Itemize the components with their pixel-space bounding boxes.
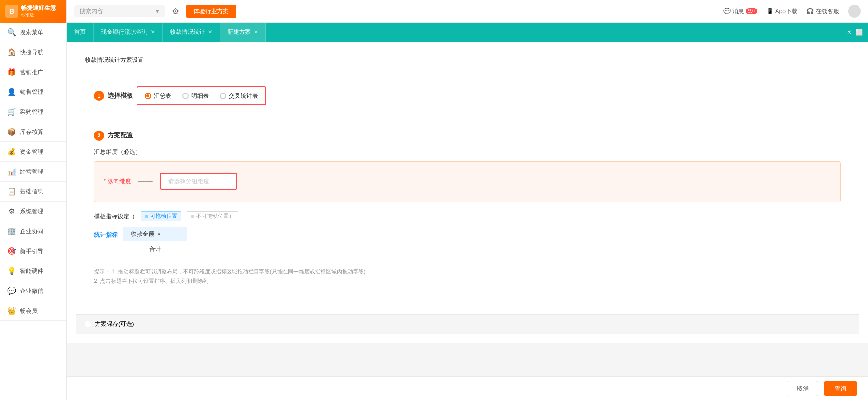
app-download-item[interactable]: 📱 App下载 — [766, 7, 797, 15]
user-avatar[interactable] — [848, 5, 861, 18]
beginner-icon: 🎯 — [7, 247, 16, 255]
tab-home[interactable]: 首页 — [67, 23, 94, 42]
app-edition: 标准版 — [21, 12, 56, 18]
sidebar-item-sys-mgmt[interactable]: ⚙ 系统管理 — [0, 202, 66, 221]
inventory-icon: 📦 — [7, 127, 16, 136]
radio-summary[interactable]: 汇总表 — [145, 92, 171, 100]
sidebar-item-search-menu[interactable]: 🔍 搜索菜单 — [0, 23, 66, 42]
save-section: 方案保存(可选) — [76, 314, 859, 334]
step1-label: 选择模板 — [108, 92, 133, 100]
sidebar-label-smart-hw: 智能硬件 — [20, 267, 43, 275]
tab-collection-stats-close-icon[interactable]: ✕ — [208, 29, 212, 35]
tab-collection-stats[interactable]: 收款情况统计 ✕ — [163, 23, 220, 42]
radio-cross-circle — [220, 93, 226, 99]
sidebar-label-operation: 经营管理 — [20, 168, 43, 176]
bottom-bar: 取消 查询 — [67, 376, 868, 400]
sales-icon: 👤 — [7, 88, 16, 96]
dimension-row: * 纵向维度 —— 请选择分组维度 — [104, 173, 831, 190]
topbar-search-box[interactable]: 搜索内容 ▾ — [74, 5, 165, 17]
sidebar-label-quick-nav: 快捷导航 — [20, 48, 43, 56]
draggable-label: 可拖动位置 — [150, 212, 177, 220]
online-service-item[interactable]: 🎧 在线客服 — [807, 7, 839, 15]
trial-industry-button[interactable]: 体验行业方案 — [186, 5, 236, 18]
tab-new-plan[interactable]: 新建方案 ✕ — [220, 23, 266, 42]
sidebar-item-base-info[interactable]: 📋 基础信息 — [0, 182, 66, 202]
enterprise-wechat-icon: 💬 — [7, 287, 16, 295]
tips-line2: 2. 点击标题栏下拉可设置排序、插入列和删除列 — [94, 278, 841, 285]
sidebar-item-beginner[interactable]: 🎯 新手引导 — [0, 241, 66, 261]
sidebar-label-beginner: 新手引导 — [20, 247, 43, 255]
metrics-title-text: 模板指标设定（ — [94, 212, 135, 221]
notification-badge: 99+ — [746, 8, 757, 14]
tips-line1: 提示： 1. 拖动标题栏可以调整布局，不可跨维度或指标区域拖动栏目字段(只能在同… — [94, 268, 841, 276]
radio-summary-label: 汇总表 — [154, 92, 171, 100]
tab-bank-flow-close-icon[interactable]: ✕ — [151, 29, 155, 35]
sidebar-item-sales[interactable]: 👤 销售管理 — [0, 82, 66, 102]
settings-icon[interactable]: ⚙ — [172, 6, 179, 16]
logo-text-block: 畅捷通好生意 标准版 — [21, 5, 56, 18]
sidebar-label-vip: 畅会员 — [20, 307, 38, 315]
radio-detail[interactable]: 明细表 — [182, 92, 209, 100]
cancel-button[interactable]: 取消 — [788, 381, 818, 396]
sidebar-item-purchase[interactable]: 🛒 采购管理 — [0, 102, 66, 122]
notification-item[interactable]: 💬 消息 99+ — [723, 7, 757, 15]
radio-cross[interactable]: 交叉统计表 — [220, 92, 258, 100]
column-header-label: 收款金额 — [131, 230, 154, 238]
sidebar-item-finance[interactable]: 💰 资金管理 — [0, 142, 66, 162]
sidebar-label-search-menu: 搜索菜单 — [20, 28, 43, 37]
sidebar-label-sys-mgmt: 系统管理 — [20, 207, 43, 216]
tab-bank-flow-label: 现金银行流水查询 — [101, 28, 148, 36]
metrics-column-header[interactable]: 收款金额 ▾ — [123, 227, 187, 241]
sidebar-label-base-info: 基础信息 — [20, 188, 43, 196]
app-download-label: App下载 — [775, 7, 797, 15]
marketing-icon: 🎁 — [7, 68, 16, 76]
main-area: 搜索内容 ▾ ⚙ 体验行业方案 💬 消息 99+ 📱 App下载 🎧 在线客服 … — [67, 0, 868, 400]
tab-bank-flow[interactable]: 现金银行流水查询 ✕ — [94, 23, 163, 42]
finance-icon: 💰 — [7, 147, 16, 156]
app-logo: B 畅捷通好生意 标准版 — [0, 0, 66, 23]
sidebar-item-enterprise-coop[interactable]: 🏢 企业协同 — [0, 221, 66, 241]
topbar-right: 💬 消息 99+ 📱 App下载 🎧 在线客服 — [723, 5, 861, 18]
step2-badge: 2 — [94, 131, 104, 141]
sidebar-label-sales: 销售管理 — [20, 88, 43, 96]
sidebar-label-purchase: 采购管理 — [20, 108, 43, 116]
page-title: 收款情况统计方案设置 — [85, 56, 144, 63]
query-button[interactable]: 查询 — [824, 381, 857, 396]
radio-detail-label: 明细表 — [191, 92, 209, 100]
non-draggable-label: 不可拖动位置） — [196, 212, 234, 220]
tab-maximize-icon[interactable]: ⬜ — [855, 29, 863, 36]
radio-summary-circle — [145, 93, 151, 99]
sidebar-item-operation[interactable]: 📊 经营管理 — [0, 162, 66, 182]
enterprise-coop-icon: 🏢 — [7, 227, 16, 235]
sidebar-label-inventory: 库存核算 — [20, 128, 43, 136]
save-label: 方案保存(可选) — [95, 320, 134, 328]
sidebar-label-enterprise-coop: 企业协同 — [20, 227, 43, 235]
dimension-placeholder: 请选择分组维度 — [168, 178, 209, 184]
save-checkbox[interactable] — [85, 321, 91, 327]
sidebar-item-enterprise-wechat[interactable]: 💬 企业微信 — [0, 281, 66, 301]
tab-new-plan-close-icon[interactable]: ✕ — [254, 29, 258, 35]
step2-label: 方案配置 — [108, 132, 133, 140]
topbar: 搜索内容 ▾ ⚙ 体验行业方案 💬 消息 99+ 📱 App下载 🎧 在线客服 — [67, 0, 868, 23]
dimension-selector[interactable]: 请选择分组维度 — [160, 173, 237, 190]
dimension-area: * 纵向维度 —— 请选择分组维度 — [94, 161, 841, 202]
step2-section: 2 方案配置 汇总维度（必选） * 纵向维度 —— 请选择分组维度 — [85, 131, 850, 294]
sidebar-item-quick-nav[interactable]: 🏠 快捷导航 — [0, 42, 66, 62]
sidebar-item-inventory[interactable]: 📦 库存核算 — [0, 122, 66, 142]
logo-icon: B — [5, 5, 18, 18]
draggable-badge: 可拖动位置 — [141, 211, 181, 221]
base-info-icon: 📋 — [7, 187, 16, 196]
purchase-icon: 🛒 — [7, 108, 16, 116]
quick-nav-icon: 🏠 — [7, 48, 16, 56]
notification-label: 消息 — [732, 7, 744, 15]
sidebar: B 畅捷通好生意 标准版 🔍 搜索菜单 🏠 快捷导航 🎁 营销推广 👤 销售管理… — [0, 0, 67, 400]
app-name: 畅捷通好生意 — [21, 5, 56, 12]
sidebar-item-marketing[interactable]: 🎁 营销推广 — [0, 62, 66, 82]
tab-close-window-icon[interactable]: ✕ — [847, 29, 852, 36]
online-service-label: 在线客服 — [816, 7, 839, 15]
sidebar-item-smart-hw[interactable]: 💡 智能硬件 — [0, 261, 66, 281]
dimension-arrow-icon: —— — [138, 177, 153, 185]
non-draggable-badge: 不可拖动位置） — [187, 211, 238, 221]
sidebar-label-marketing: 营销推广 — [20, 68, 43, 76]
sidebar-item-vip[interactable]: 👑 畅会员 — [0, 301, 66, 321]
